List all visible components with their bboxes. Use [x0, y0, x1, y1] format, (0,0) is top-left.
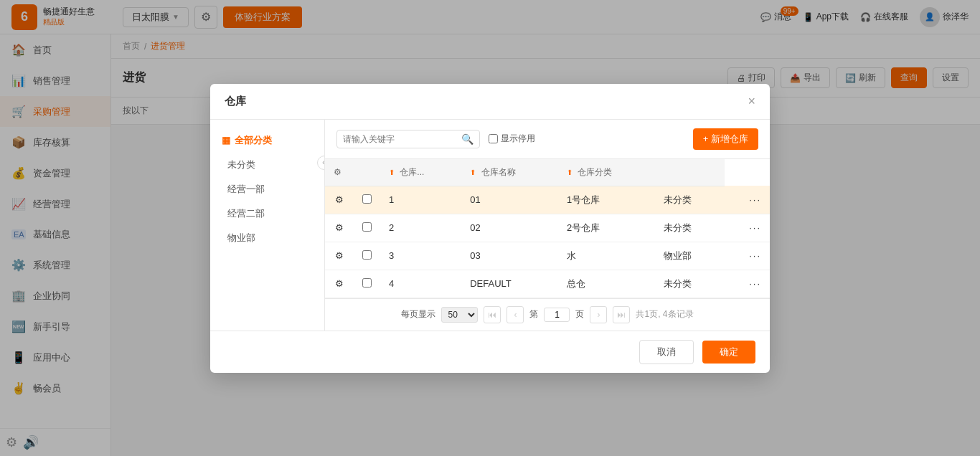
col-header-code: ⬆ 仓库... — [380, 159, 461, 186]
page-label: 第 — [529, 308, 538, 320]
page-size-select[interactable]: 2050100 — [441, 307, 478, 323]
row-category: 未分类 — [655, 214, 725, 242]
row-num: 2 — [380, 214, 461, 242]
add-warehouse-button[interactable]: + 新增仓库 — [693, 128, 758, 150]
modal-all-label: 全部分类 — [235, 134, 272, 147]
modal-body: ▦ 全部分类 « 未分类 经营一部 经营二部 物业部 — [210, 120, 770, 331]
modal-pagination: 每页显示 2050100 ⏮ ‹ 第 页 › ⏭ 共1页, 4条记录 — [325, 298, 770, 331]
table-row[interactable]: ⚙ 3 03 水 物业部 ··· — [325, 242, 770, 270]
row-name: 水 — [558, 242, 655, 270]
page-next-button[interactable]: › — [590, 306, 607, 323]
col-header-name: ⬆ 仓库名称 — [461, 159, 558, 186]
cancel-button[interactable]: 取消 — [639, 340, 694, 364]
row-more[interactable]: ··· — [725, 186, 770, 214]
row-code: 03 — [461, 242, 558, 270]
modal-sidebar: ▦ 全部分类 « 未分类 经营一部 经营二部 物业部 — [210, 120, 325, 331]
row-code: DEFAULT — [461, 270, 558, 298]
sort-icon-category: ⬆ — [567, 168, 573, 176]
modal-all-category[interactable]: ▦ 全部分类 — [210, 128, 324, 153]
modal-close-button[interactable]: × — [748, 94, 755, 109]
row-category: 物业部 — [655, 242, 725, 270]
row-check[interactable] — [354, 242, 380, 270]
search-wrap: 🔍 — [336, 130, 480, 148]
sidebar-collapse-button[interactable]: « — [317, 156, 325, 170]
row-more[interactable]: ··· — [725, 242, 770, 270]
page-prev-button[interactable]: ‹ — [507, 306, 524, 323]
row-check[interactable] — [354, 214, 380, 242]
col-header-gear: ⚙ — [325, 159, 354, 186]
warehouse-modal: 仓库 × ▦ 全部分类 « 未分类 经营一部 经营二部 — [210, 84, 770, 373]
modal-sidebar-item-dept1[interactable]: 经营一部 — [210, 177, 324, 201]
row-num: 1 — [380, 186, 461, 214]
row-check[interactable] — [354, 270, 380, 298]
modal-header: 仓库 × — [210, 84, 770, 120]
table-row[interactable]: ⚙ 2 02 2号仓库 未分类 ··· — [325, 214, 770, 242]
search-icon[interactable]: 🔍 — [461, 133, 473, 145]
col-header-check — [354, 159, 380, 186]
grid-icon: ▦ — [222, 135, 230, 146]
modal-table-wrap: ⚙ ⬆ 仓库... ⬆ 仓库名称 — [325, 159, 770, 298]
show-disabled-checkbox[interactable] — [489, 134, 498, 143]
modal-toolbar: 🔍 显示停用 + 新增仓库 — [325, 120, 770, 159]
modal-sidebar-item-property[interactable]: 物业部 — [210, 226, 324, 250]
search-input[interactable] — [343, 134, 457, 144]
modal-sidebar-item-dept2[interactable]: 经营二部 — [210, 201, 324, 226]
row-category: 未分类 — [655, 270, 725, 298]
col-header-actions — [655, 159, 725, 186]
row-gear[interactable]: ⚙ — [325, 242, 354, 270]
modal-main-content: 🔍 显示停用 + 新增仓库 ⚙ — [325, 120, 770, 331]
page-last-button[interactable]: ⏭ — [613, 306, 630, 323]
row-name: 1号仓库 — [558, 186, 655, 214]
table-row[interactable]: ⚙ 4 DEFAULT 总仓 未分类 ··· — [325, 270, 770, 298]
show-disabled-label[interactable]: 显示停用 — [489, 133, 535, 145]
row-gear[interactable]: ⚙ — [325, 186, 354, 214]
row-code: 02 — [461, 214, 558, 242]
row-category: 未分类 — [655, 186, 725, 214]
warehouse-table: ⚙ ⬆ 仓库... ⬆ 仓库名称 — [325, 159, 770, 298]
confirm-button[interactable]: 确定 — [702, 341, 755, 364]
page-unit: 页 — [575, 308, 584, 320]
row-check[interactable] — [354, 186, 380, 214]
row-num: 4 — [380, 270, 461, 298]
col-header-category: ⬆ 仓库分类 — [558, 159, 655, 186]
table-row[interactable]: ⚙ 1 01 1号仓库 未分类 ··· — [325, 186, 770, 214]
show-disabled-text: 显示停用 — [501, 133, 535, 145]
row-name: 2号仓库 — [558, 214, 655, 242]
total-info: 共1页, 4条记录 — [636, 308, 693, 320]
row-more[interactable]: ··· — [725, 214, 770, 242]
row-gear[interactable]: ⚙ — [325, 214, 354, 242]
modal-footer: 取消 确定 — [210, 331, 770, 373]
page-first-button[interactable]: ⏮ — [484, 306, 501, 323]
sort-icon-code: ⬆ — [389, 168, 395, 176]
row-more[interactable]: ··· — [725, 270, 770, 298]
row-name: 总仓 — [558, 270, 655, 298]
row-code: 01 — [461, 186, 558, 214]
page-number-input[interactable] — [544, 308, 570, 322]
modal-sidebar-item-uncategorized[interactable]: 未分类 — [210, 153, 324, 177]
modal-title: 仓库 — [225, 95, 246, 108]
row-gear[interactable]: ⚙ — [325, 270, 354, 298]
modal-overlay: 仓库 × ▦ 全部分类 « 未分类 经营一部 经营二部 — [0, 0, 980, 456]
page-size-label: 每页显示 — [401, 308, 435, 320]
row-num: 3 — [380, 242, 461, 270]
sort-icon-name: ⬆ — [470, 168, 476, 176]
